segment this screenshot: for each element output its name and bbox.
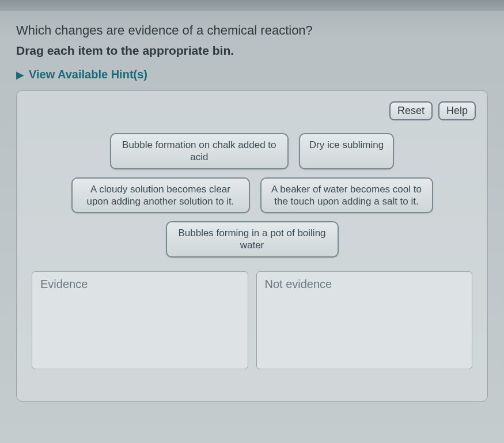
question-text: Which changes are evidence of a chemical… xyxy=(16,23,488,38)
bin-not-evidence[interactable]: Not evidence xyxy=(256,271,473,369)
top-buttons-row: Reset Help xyxy=(28,101,476,120)
bins-row: Evidence Not evidence xyxy=(28,271,476,369)
bin-not-evidence-label: Not evidence xyxy=(265,278,464,291)
caret-right-icon: ▶ xyxy=(16,69,24,81)
window-top-bar xyxy=(0,0,504,10)
view-hints-toggle[interactable]: ▶ View Available Hint(s) xyxy=(16,68,488,81)
draggable-items-zone: Bubble formation on chalk added to acid … xyxy=(28,133,476,258)
item-boiling-water-bubbles[interactable]: Bubbles forming in a pot of boiling wate… xyxy=(166,221,339,258)
bin-evidence[interactable]: Evidence xyxy=(32,271,248,369)
item-row: A cloudy solution becomes clear upon add… xyxy=(71,177,433,214)
item-bubble-chalk-acid[interactable]: Bubble formation on chalk added to acid xyxy=(110,133,289,169)
help-button[interactable]: Help xyxy=(438,101,476,120)
item-beaker-cool-salt[interactable]: A beaker of water becomes cool to the to… xyxy=(260,177,433,214)
bin-evidence-label: Evidence xyxy=(40,278,240,291)
work-area: Reset Help Bubble formation on chalk add… xyxy=(16,90,488,402)
content-area: Which changes are evidence of a chemical… xyxy=(0,10,504,402)
item-dry-ice-subliming[interactable]: Dry ice subliming xyxy=(299,133,394,169)
reset-button[interactable]: Reset xyxy=(389,101,433,120)
instruction-text: Drag each item to the appropriate bin. xyxy=(16,44,488,58)
item-cloudy-solution-clear[interactable]: A cloudy solution becomes clear upon add… xyxy=(71,177,250,214)
item-row: Bubbles forming in a pot of boiling wate… xyxy=(166,221,339,258)
item-row: Bubble formation on chalk added to acid … xyxy=(110,133,394,169)
hints-label: View Available Hint(s) xyxy=(29,68,147,81)
